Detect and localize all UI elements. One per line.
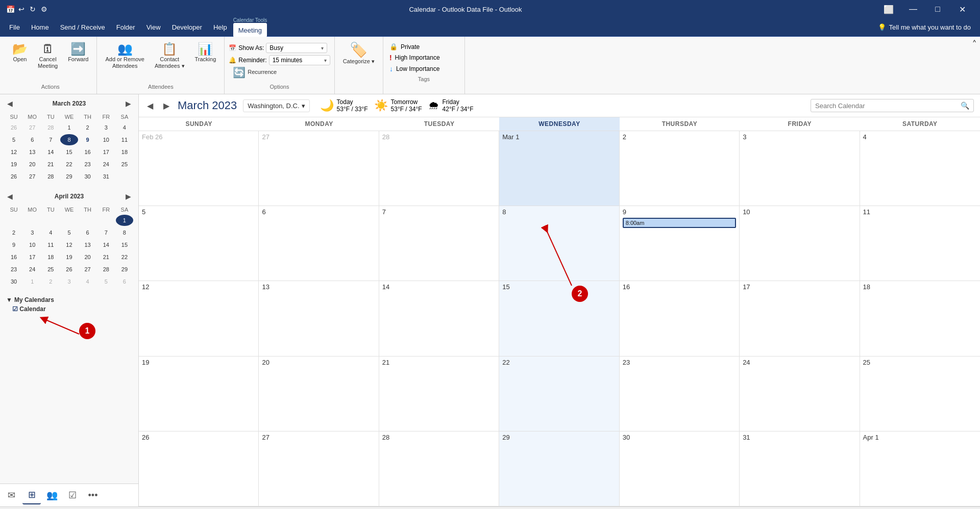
cell-mar15[interactable]: 15 [499, 281, 619, 355]
cancel-meeting-button[interactable]: 🗓 CancelMeeting [34, 41, 62, 71]
cell-mar28[interactable]: 28 [379, 431, 499, 506]
tell-me-box[interactable]: 💡 Tell me what you want to do [873, 21, 976, 33]
april-day-35[interactable]: 30 [5, 276, 22, 287]
april-day-29[interactable]: 24 [23, 264, 41, 275]
redo-icon[interactable]: ↻ [29, 5, 37, 13]
march-day-15[interactable]: 13 [23, 146, 41, 158]
april-day-30[interactable]: 25 [42, 264, 59, 275]
april-day-34[interactable]: 29 [116, 264, 133, 275]
april-day-22[interactable]: 17 [23, 251, 41, 263]
restore-down-btn[interactable]: ⬜ [877, 0, 900, 18]
cell-mar1[interactable]: Mar 1 [499, 131, 619, 206]
cell-mar20[interactable]: 20 [259, 357, 379, 431]
reminder-dropdown[interactable]: 15 minutes ▾ [269, 55, 330, 65]
march-day-17[interactable]: 15 [60, 146, 78, 158]
april-day-19[interactable]: 14 [97, 239, 115, 250]
april-day-20[interactable]: 15 [116, 239, 133, 250]
nav-tasks-btn[interactable]: ☑ [63, 486, 82, 504]
april-day-14[interactable]: 9 [5, 239, 22, 250]
contact-attendees-button[interactable]: 📋 ContactAttendees ▾ [151, 41, 189, 71]
cell-mar12[interactable]: 12 [139, 281, 259, 355]
april-day-27[interactable]: 22 [116, 251, 133, 263]
april-day-18[interactable]: 13 [79, 239, 96, 250]
march-day-10[interactable]: 8 [60, 134, 78, 145]
cell-feb26[interactable]: Feb 26 [139, 131, 259, 206]
high-importance-tag[interactable]: ! High Importance [387, 53, 460, 63]
march-day-24[interactable]: 22 [60, 159, 78, 170]
april-day-23[interactable]: 18 [42, 251, 59, 263]
ribbon-collapse-btn[interactable]: ^ [973, 39, 976, 46]
april-day-9[interactable]: 4 [42, 227, 59, 238]
march-day-22[interactable]: 20 [23, 159, 41, 170]
april-day-11[interactable]: 6 [79, 227, 96, 238]
cell-mar22[interactable]: 22 [499, 357, 619, 431]
march-day-32[interactable]: 30 [79, 171, 96, 182]
menu-folder[interactable]: Folder [111, 20, 140, 35]
march-day-11[interactable]: 9 [79, 134, 96, 145]
march-day-3[interactable]: 1 [60, 122, 78, 133]
cell-mar13[interactable]: 13 [259, 281, 379, 355]
add-remove-attendees-button[interactable]: 👥 Add or RemoveAttendees [101, 41, 148, 71]
march-day-4[interactable]: 2 [79, 122, 96, 133]
search-icon[interactable]: 🔍 [961, 101, 969, 110]
april-day-13[interactable]: 8 [116, 227, 133, 238]
april-day-2[interactable] [42, 215, 59, 226]
cell-mar5[interactable]: 5 [139, 206, 259, 281]
april-day-37[interactable]: 2 [42, 276, 59, 287]
march-day-16[interactable]: 14 [42, 146, 59, 158]
cell-mar3[interactable]: 3 [740, 131, 860, 206]
april-day-39[interactable]: 4 [79, 276, 96, 287]
cell-mar26[interactable]: 26 [139, 431, 259, 506]
april-day-8[interactable]: 3 [23, 227, 41, 238]
april-day-16[interactable]: 11 [42, 239, 59, 250]
menu-home[interactable]: Home [26, 20, 54, 35]
march-day-8[interactable]: 6 [23, 134, 41, 145]
menu-meeting[interactable]: Meeting [233, 23, 267, 37]
march-day-19[interactable]: 17 [97, 146, 115, 158]
april-day-3[interactable] [60, 215, 78, 226]
march-day-7[interactable]: 5 [5, 134, 22, 145]
march-day-31[interactable]: 29 [60, 171, 78, 182]
april-day-36[interactable]: 1 [23, 276, 41, 287]
march-day-34[interactable] [116, 171, 133, 182]
cell-mar9[interactable]: 9 8:00am [620, 206, 740, 281]
next-month-btn[interactable]: ▶ [161, 99, 172, 113]
march-day-25[interactable]: 23 [79, 159, 96, 170]
april-day-32[interactable]: 27 [79, 264, 96, 275]
march-day-13[interactable]: 11 [116, 134, 133, 145]
march-day-29[interactable]: 27 [23, 171, 41, 182]
april-day-28[interactable]: 23 [5, 264, 22, 275]
april-next-btn[interactable]: ▶ [124, 191, 133, 201]
march-day-26[interactable]: 24 [97, 159, 115, 170]
cell-mar18[interactable]: 18 [860, 281, 980, 355]
calendar-item-calendar[interactable]: ☑ Calendar [6, 303, 132, 315]
april-day-24[interactable]: 19 [60, 251, 78, 263]
cell-feb27[interactable]: 27 [259, 131, 379, 206]
close-btn[interactable]: ✕ [950, 0, 974, 18]
undo-icon[interactable]: ↩ [17, 5, 26, 13]
march-day-27[interactable]: 25 [116, 159, 133, 170]
menu-developer[interactable]: Developer [167, 20, 207, 35]
categorize-button[interactable]: 🏷️ Categorize ▾ [339, 41, 379, 67]
march-day-9[interactable]: 7 [42, 134, 59, 145]
april-day-38[interactable]: 3 [60, 276, 78, 287]
march-day-33[interactable]: 31 [97, 171, 115, 182]
march-day-0[interactable]: 26 [5, 122, 22, 133]
cell-mar14[interactable]: 14 [379, 281, 499, 355]
april-day-6[interactable]: 1 [116, 215, 133, 226]
nav-people-btn[interactable]: 👥 [43, 486, 61, 504]
march-day-30[interactable]: 28 [42, 171, 59, 182]
march-day-20[interactable]: 18 [116, 146, 133, 158]
march-day-12[interactable]: 10 [97, 134, 115, 145]
april-day-21[interactable]: 16 [5, 251, 22, 263]
march-day-23[interactable]: 21 [42, 159, 59, 170]
cell-mar21[interactable]: 21 [379, 357, 499, 431]
show-as-dropdown[interactable]: Busy ▾ [266, 43, 327, 53]
april-prev-btn[interactable]: ◀ [5, 191, 15, 201]
tracking-button[interactable]: 📊 Tracking [191, 41, 220, 65]
search-calendar-input[interactable] [815, 102, 961, 110]
recurrence-button[interactable]: 🔄 Recurrence [229, 65, 281, 80]
open-button[interactable]: 📂 Open [8, 41, 32, 65]
location-dropdown[interactable]: Washington, D.C. ▾ [243, 99, 309, 112]
cell-mar24[interactable]: 24 [740, 357, 860, 431]
